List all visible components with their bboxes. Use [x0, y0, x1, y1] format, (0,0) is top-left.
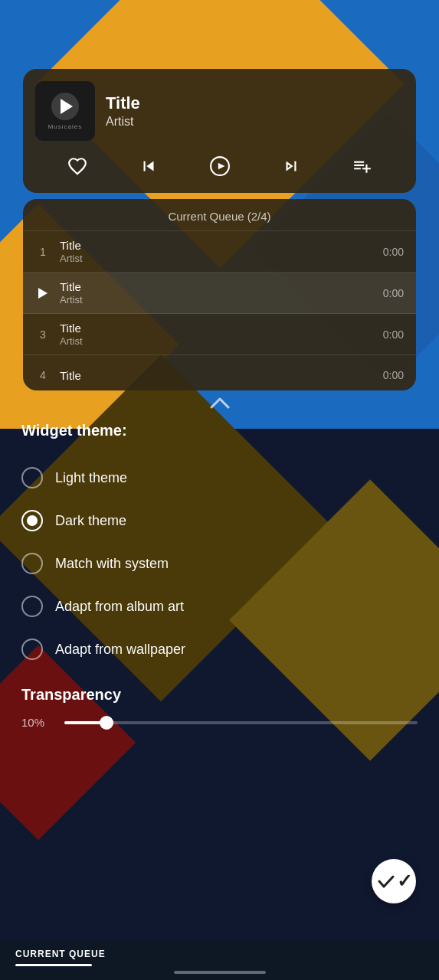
queue-item-4[interactable]: 4 Title 0:00	[23, 355, 416, 390]
chevron-up-icon[interactable]	[21, 390, 418, 422]
queue-track-info-1: Title Artist	[60, 239, 374, 264]
player-top: Musicales Title Artist	[35, 81, 404, 141]
transparency-slider-track[interactable]	[64, 721, 418, 724]
transparency-section: Transparency 10%	[21, 686, 418, 729]
queue-item-2[interactable]: Title Artist 0:00	[23, 273, 416, 314]
transparency-title: Transparency	[21, 686, 418, 704]
album-art-label: Musicales	[48, 123, 83, 130]
queue-track-info-2: Title Artist	[60, 280, 374, 305]
queue-item-3[interactable]: 3 Title Artist 0:00	[23, 314, 416, 355]
queue-track-artist-3: Artist	[60, 335, 374, 347]
heart-button[interactable]	[63, 152, 92, 181]
next-button[interactable]	[277, 152, 306, 181]
queue-track-artist-2: Artist	[60, 294, 374, 305]
album-art: Musicales	[35, 81, 95, 141]
radio-system-theme[interactable]: Match with system	[21, 542, 418, 585]
queue-track-info-3: Title Artist	[60, 322, 374, 347]
transparency-slider-thumb[interactable]	[100, 716, 113, 730]
queue-num-4: 4	[35, 369, 51, 381]
transparency-slider-row: 10%	[21, 716, 418, 729]
svg-marker-1	[218, 163, 224, 170]
player-widget: Musicales Title Artist	[23, 69, 416, 193]
player-controls	[35, 152, 404, 181]
queue-track-artist-1: Artist	[60, 253, 374, 264]
radio-label-light: Light theme	[55, 470, 127, 486]
queue-track-info-4: Title	[60, 369, 374, 382]
home-indicator	[174, 971, 266, 974]
queue-header: Current Queue (2/4)	[23, 199, 416, 231]
queue-track-title-2: Title	[60, 280, 374, 293]
widget-theme-title: Widget theme:	[21, 422, 418, 439]
track-artist: Artist	[106, 115, 404, 129]
radio-label-dark: Dark theme	[55, 513, 126, 529]
theme-radio-group: Light theme Dark theme Match with system…	[21, 456, 418, 671]
radio-label-wallpaper: Adapt from wallpaper	[55, 642, 185, 658]
album-art-play-icon	[51, 93, 79, 120]
radio-label-system: Match with system	[55, 556, 169, 572]
track-info: Title Artist	[106, 93, 404, 129]
queue-track-title-1: Title	[60, 239, 374, 252]
confirm-fab[interactable]	[372, 859, 416, 903]
radio-circle-system	[21, 553, 43, 574]
radio-wallpaper-theme[interactable]: Adapt from wallpaper	[21, 628, 418, 671]
radio-dark-theme[interactable]: Dark theme	[21, 499, 418, 542]
queue-num-3: 3	[35, 328, 51, 341]
queue-time-3: 0:00	[383, 328, 404, 341]
transparency-value: 10%	[21, 716, 54, 729]
add-queue-button[interactable]	[348, 152, 377, 181]
main-content: Musicales Title Artist	[0, 69, 439, 744]
radio-circle-wallpaper	[21, 639, 43, 660]
radio-circle-light	[21, 467, 43, 488]
queue-num-1: 1	[35, 246, 51, 258]
radio-label-album-art: Adapt from album art	[55, 599, 184, 615]
prev-button[interactable]	[134, 152, 163, 181]
bottom-nav-bar	[15, 964, 92, 966]
queue-widget: Current Queue (2/4) 1 Title Artist 0:00 …	[23, 199, 416, 390]
radio-light-theme[interactable]: Light theme	[21, 456, 418, 499]
track-title: Title	[106, 93, 404, 113]
queue-track-title-4: Title	[60, 369, 374, 382]
bottom-nav-label: CURRENT QUEUE	[15, 949, 424, 959]
play-button[interactable]	[205, 152, 234, 181]
queue-item-1[interactable]: 1 Title Artist 0:00	[23, 231, 416, 273]
queue-time-4: 0:00	[383, 369, 404, 381]
queue-playing-icon	[35, 288, 51, 299]
queue-track-title-3: Title	[60, 322, 374, 335]
bottom-nav: CURRENT QUEUE	[0, 941, 439, 980]
queue-time-2: 0:00	[383, 287, 404, 299]
radio-circle-dark	[21, 510, 43, 531]
radio-circle-album-art	[21, 596, 43, 617]
radio-album-art-theme[interactable]: Adapt from album art	[21, 585, 418, 628]
queue-time-1: 0:00	[383, 246, 404, 258]
settings-panel: Widget theme: Light theme Dark theme Mat…	[0, 390, 439, 744]
